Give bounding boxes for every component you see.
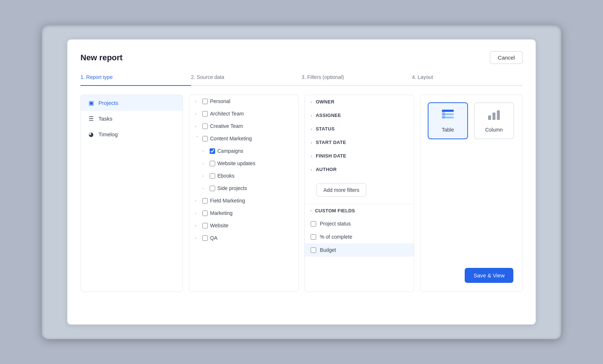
tree-label-creative-team: Creative Team — [210, 123, 243, 129]
checkbox-content-marketing[interactable] — [202, 136, 208, 141]
chevron-field-marketing: › — [195, 198, 200, 203]
filter-status[interactable]: › STATUS — [305, 122, 414, 136]
step-filters[interactable]: 3. Filters (optional) — [302, 74, 412, 85]
chevron-side-projects: › — [202, 186, 207, 190]
tree-item-qa[interactable]: › QA — [189, 232, 298, 244]
layout-card-table[interactable]: Table — [428, 102, 468, 139]
filter-status-label: STATUS — [316, 126, 335, 132]
custom-field-budget[interactable]: Budget — [305, 243, 414, 257]
checkbox-marketing[interactable] — [202, 211, 208, 216]
tree-label-qa: QA — [210, 235, 217, 241]
chevron-ebooks: › — [202, 174, 207, 178]
chevron-owner: › — [311, 100, 312, 104]
layout-options: Table Column — [428, 102, 515, 139]
svg-rect-6 — [497, 110, 500, 120]
svg-rect-4 — [488, 115, 491, 120]
custom-fields-header[interactable]: › CUSTOM FIELDS — [305, 204, 414, 217]
filter-finish-date-label: FINISH DATE — [316, 153, 347, 159]
tree-label-campaigns: Campaigns — [217, 148, 243, 154]
tree-label-ebooks: Ebooks — [217, 173, 235, 179]
custom-field-budget-label: Budget — [320, 247, 336, 253]
chevron-content-marketing: › — [195, 136, 200, 141]
filter-owner[interactable]: › OWNER — [305, 95, 414, 109]
checkbox-budget[interactable] — [311, 247, 316, 253]
tree-label-website-updates: Website updates — [217, 160, 255, 166]
tree-item-content-marketing[interactable]: › Content Marketing — [189, 132, 298, 145]
step-source-data[interactable]: 2. Source data — [191, 74, 302, 85]
filter-owner-label: OWNER — [316, 99, 334, 105]
checkbox-campaigns[interactable] — [210, 148, 215, 154]
custom-field-project-status[interactable]: Project status — [305, 217, 414, 230]
checkbox-project-status[interactable] — [311, 221, 316, 227]
filter-start-date[interactable]: › START DATE — [305, 136, 414, 149]
tree-item-side-projects[interactable]: › Side projects — [189, 182, 298, 194]
chevron-creative-team: › — [195, 124, 200, 128]
checkbox-architect-team[interactable] — [202, 111, 208, 117]
modal-title: New report — [80, 53, 123, 62]
tree-item-ebooks[interactable]: › Ebooks — [189, 170, 298, 182]
save-view-button[interactable]: Save & View — [465, 268, 513, 283]
source-item-projects[interactable]: ▣ Projects — [81, 95, 183, 111]
chevron-website-updates: › — [202, 161, 207, 166]
source-item-timelog[interactable]: ◕ Timelog — [81, 126, 183, 142]
table-icon — [441, 109, 454, 123]
tree-item-website-updates[interactable]: › Website updates — [189, 157, 298, 170]
checkbox-personal[interactable] — [202, 99, 208, 104]
tree-item-website[interactable]: › Website — [189, 219, 298, 232]
chevron-author: › — [311, 167, 312, 172]
chevron-status: › — [311, 127, 312, 131]
tree-label-website: Website — [210, 223, 228, 228]
modal-header: New report Cancel — [80, 51, 523, 64]
filter-assignee-label: ASSIGNEE — [316, 113, 341, 118]
filter-author[interactable]: › AUTHOR — [305, 163, 414, 176]
cancel-button[interactable]: Cancel — [490, 51, 523, 64]
tree-item-creative-team[interactable]: › Creative Team — [189, 120, 298, 132]
source-item-tasks-label: Tasks — [98, 115, 112, 122]
filters-panel: › OWNER › ASSIGNEE › STATUS › START DATE… — [304, 95, 414, 292]
source-item-tasks[interactable]: ☰ Tasks — [81, 111, 183, 126]
layout-card-column[interactable]: Column — [474, 102, 514, 139]
tree-panel: › Personal › Architect Team › Creative T… — [189, 95, 299, 292]
tree-item-architect-team[interactable]: › Architect Team — [189, 107, 298, 120]
projects-icon: ▣ — [87, 99, 95, 106]
checkbox-website[interactable] — [202, 223, 208, 228]
tree-label-content-marketing: Content Marketing — [210, 136, 252, 141]
source-item-timelog-label: Timelog — [98, 131, 118, 137]
checkbox-website-updates[interactable] — [210, 161, 215, 166]
tree-item-campaigns[interactable]: › Campaigns — [189, 145, 298, 157]
chevron-architect-team: › — [195, 111, 200, 116]
chevron-finish-date: › — [311, 154, 312, 158]
filter-finish-date[interactable]: › FINISH DATE — [305, 149, 414, 163]
tree-label-marketing: Marketing — [210, 210, 232, 216]
filter-assignee[interactable]: › ASSIGNEE — [305, 109, 414, 122]
tree-label-field-marketing: Field Marketing — [210, 198, 245, 204]
layout-panel: Table Column Save & — [420, 95, 523, 292]
add-filters-button[interactable]: Add more filters — [317, 183, 366, 197]
tree-item-marketing[interactable]: › Marketing — [189, 207, 298, 219]
checkbox-pct-complete[interactable] — [311, 234, 316, 240]
step-layout[interactable]: 4. Layout — [412, 74, 523, 85]
outer-frame: New report Cancel 1. Report type 2. Sour… — [42, 25, 561, 339]
chevron-custom-fields: › — [309, 210, 314, 212]
tree-label-architect-team: Architect Team — [210, 111, 244, 117]
tree-item-personal[interactable]: › Personal — [189, 95, 298, 107]
column-icon — [487, 109, 501, 123]
checkbox-side-projects[interactable] — [210, 186, 215, 191]
chevron-marketing: › — [195, 211, 200, 215]
custom-field-pct-complete-label: % of complete — [320, 234, 352, 240]
content-area: ▣ Projects ☰ Tasks ◕ Timelog › Per — [80, 95, 523, 292]
checkbox-qa[interactable] — [202, 235, 208, 241]
custom-field-project-status-label: Project status — [320, 221, 351, 227]
layout-column-label: Column — [485, 127, 503, 133]
chevron-start-date: › — [311, 140, 312, 145]
steps-bar: 1. Report type 2. Source data 3. Filters… — [80, 74, 523, 86]
checkbox-creative-team[interactable] — [202, 124, 208, 129]
checkbox-ebooks[interactable] — [210, 173, 215, 179]
step-report-type[interactable]: 1. Report type — [80, 74, 191, 85]
checkbox-field-marketing[interactable] — [202, 198, 208, 204]
custom-field-pct-complete[interactable]: % of complete — [305, 230, 414, 243]
svg-rect-3 — [442, 110, 445, 118]
tree-item-field-marketing[interactable]: › Field Marketing — [189, 194, 298, 207]
source-item-projects-label: Projects — [98, 100, 118, 106]
chevron-personal: › — [195, 99, 200, 103]
